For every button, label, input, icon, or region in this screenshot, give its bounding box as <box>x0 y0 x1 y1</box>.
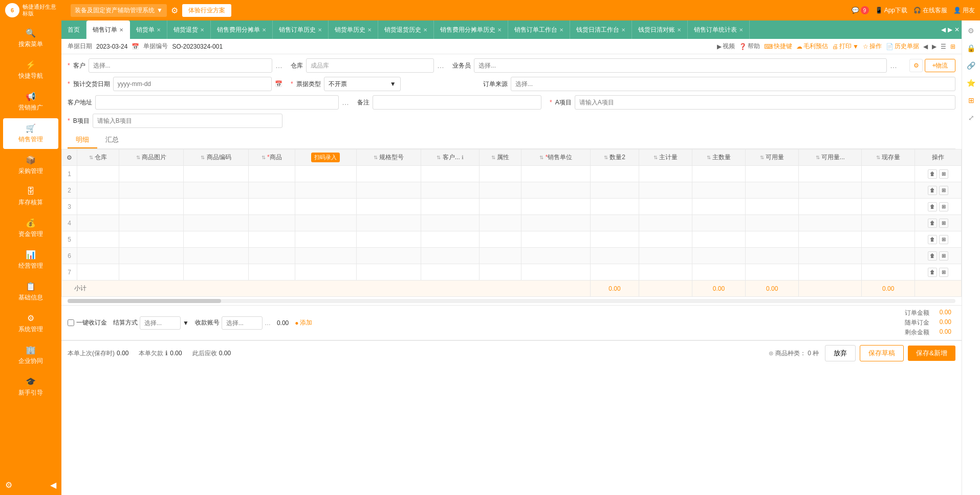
view-action[interactable]: ▶ 视频 <box>717 42 735 51</box>
sidebar-item-marketing[interactable]: 📢 营销推广 <box>3 87 58 117</box>
discard-button[interactable]: 放弃 <box>825 345 856 361</box>
tab-summary[interactable]: 汇总 <box>97 132 127 148</box>
history-action[interactable]: 📄 历史单据 <box>886 42 919 51</box>
right-expand-icon[interactable]: ⤢ <box>963 110 979 126</box>
right-link-icon[interactable]: 🔗 <box>963 57 979 74</box>
tab-receivable-reconcile[interactable]: 钱货日清对账 ✕ <box>632 20 688 39</box>
salesperson-more-icon[interactable]: … <box>890 61 897 70</box>
salesperson-input[interactable] <box>474 58 887 73</box>
save-new-button[interactable]: 保存&新增 <box>908 346 955 361</box>
tab-sales-order[interactable]: 销售订单 ✕ <box>86 20 130 39</box>
remarks-input[interactable] <box>373 95 541 110</box>
tab-prev-icon[interactable]: ◀ <box>941 26 946 33</box>
user-avatar[interactable]: 👤 用友 <box>953 6 975 15</box>
tab-sales-order-history[interactable]: 销售订单历史 ✕ <box>273 20 329 39</box>
row-copy-icon[interactable]: ⊞ <box>939 251 948 261</box>
print-dropdown-icon[interactable]: ▼ <box>853 43 859 50</box>
row-copy-icon[interactable]: ⊞ <box>939 186 948 195</box>
settings-bottom-icon[interactable]: ⚙ <box>5 480 12 490</box>
print-action[interactable]: 🖨 打印 ▼ <box>832 42 859 51</box>
sidebar-item-operations[interactable]: 📊 经营管理 <box>3 245 58 275</box>
tab-home[interactable]: 首页 <box>61 20 86 39</box>
close-sales-return-tab[interactable]: ✕ <box>157 27 161 33</box>
tab-sales-stats[interactable]: 销售订单统计表 ✕ <box>688 20 750 39</box>
one-click-checkbox-input[interactable] <box>68 319 74 326</box>
goods-count-icon[interactable]: ⊙ <box>769 350 774 357</box>
online-support[interactable]: 🎧 在线客服 <box>913 6 947 15</box>
sidebar-item-system-mgmt[interactable]: ⚙ 系统管理 <box>3 308 58 339</box>
b-project-input[interactable] <box>93 114 282 128</box>
tab-sales-return[interactable]: 销货单 ✕ <box>130 20 167 39</box>
tab-detail[interactable]: 明细 <box>68 132 97 148</box>
sidebar-item-purchase-mgmt[interactable]: 📦 采购管理 <box>3 150 58 181</box>
row-copy-icon[interactable]: ⊞ <box>939 235 948 244</box>
customer-more-icon[interactable]: … <box>275 61 282 70</box>
settings-right-icon[interactable]: ⚙ <box>909 59 923 72</box>
next-record-icon[interactable]: ▶ <box>932 43 937 50</box>
close-sales-refund-tab[interactable]: ✕ <box>200 27 204 33</box>
row-copy-icon[interactable]: ⊞ <box>939 169 948 179</box>
warehouse-more-icon[interactable]: … <box>437 61 444 70</box>
tab-receivable-workbench[interactable]: 钱货日清工作台 ✕ <box>570 20 632 39</box>
solution-button[interactable]: 体验行业方案 <box>182 4 231 17</box>
system-selector[interactable]: 装备及固定资产辅助管理系统 ▼ <box>71 4 167 17</box>
order-source-input[interactable] <box>511 77 955 91</box>
invoice-type-select[interactable]: 不开票 ▼ <box>324 77 401 91</box>
warehouse-value[interactable]: 成品库 <box>306 58 434 73</box>
close-receivable-workbench-tab[interactable]: ✕ <box>621 27 625 33</box>
current-order-info-icon[interactable]: ℹ <box>165 350 168 357</box>
row-delete-icon[interactable]: 🗑 <box>928 169 937 179</box>
scrollbar-thumb[interactable] <box>68 299 221 303</box>
sidebar-item-guide[interactable]: 🎓 新手引导 <box>3 372 58 402</box>
close-sales-order-tab[interactable]: ✕ <box>119 27 123 33</box>
th-settings[interactable]: ⚙ <box>62 149 77 166</box>
shortcut-action[interactable]: ⌨ 快捷键 <box>764 42 792 51</box>
app-download[interactable]: 📱 App下载 <box>875 6 907 15</box>
close-sales-stats-tab[interactable]: ✕ <box>739 27 743 33</box>
close-refund-history-tab[interactable]: ✕ <box>423 27 427 33</box>
row-delete-icon[interactable]: 🗑 <box>928 268 937 277</box>
tab-sales-refund-history[interactable]: 销货退货历史 ✕ <box>378 20 434 39</box>
tab-sales-fee-history[interactable]: 销售费用分摊单历史 ✕ <box>434 20 508 39</box>
right-star-icon[interactable]: ⭐ <box>963 75 979 91</box>
customer-address-input[interactable] <box>95 95 339 110</box>
add-button[interactable]: ● 添加 <box>295 318 312 327</box>
help-action[interactable]: ❓ 帮助 <box>739 42 760 51</box>
list-view-icon[interactable]: ☰ <box>941 43 946 50</box>
close-fee-split-tab[interactable]: ✕ <box>262 27 266 33</box>
operations-action[interactable]: ☆ 操作 <box>863 42 882 51</box>
sidebar-item-finance[interactable]: 💰 资金管理 <box>3 213 58 244</box>
payment-method-input[interactable] <box>140 316 181 330</box>
row-delete-icon[interactable]: 🗑 <box>928 251 937 261</box>
add-right-icon[interactable]: +物流 <box>925 59 955 72</box>
prev-record-icon[interactable]: ◀ <box>923 43 928 50</box>
profit-action[interactable]: ☁ 毛利预估 <box>796 42 828 51</box>
collapse-sidebar-icon[interactable]: ◀ <box>50 480 56 490</box>
receipt-more-icon[interactable]: … <box>265 319 271 327</box>
close-order-history-tab[interactable]: ✕ <box>318 27 322 33</box>
tab-more-icon[interactable]: ✕ <box>954 26 960 33</box>
tab-sales-return-history[interactable]: 销货单历史 ✕ <box>329 20 378 39</box>
customer-input[interactable] <box>89 58 272 73</box>
close-receivable-reconcile-tab[interactable]: ✕ <box>677 27 681 33</box>
row-delete-icon[interactable]: 🗑 <box>928 235 937 244</box>
tab-next-icon[interactable]: ▶ <box>948 26 952 33</box>
sidebar-item-search-menu[interactable]: 🔍 搜索菜单 <box>3 23 58 54</box>
sidebar-item-enterprise[interactable]: 🏢 企业协同 <box>3 340 58 371</box>
save-draft-button[interactable]: 保存草稿 <box>860 345 904 361</box>
row-delete-icon[interactable]: 🗑 <box>928 202 937 211</box>
tab-sales-refund[interactable]: 销货退货 ✕ <box>167 20 211 39</box>
tab-order-workbench[interactable]: 销售订单工作台 ✕ <box>508 20 570 39</box>
customer-address-more-icon[interactable]: … <box>342 98 349 106</box>
a-project-input[interactable] <box>575 95 955 110</box>
receipt-no-input[interactable] <box>222 316 263 330</box>
scan-button[interactable]: 扫码录入 <box>311 153 340 162</box>
settings-icon[interactable]: ⚙ <box>171 6 178 15</box>
one-click-checkbox[interactable]: 一键收订金 <box>68 318 107 327</box>
row-copy-icon[interactable]: ⊞ <box>939 268 948 277</box>
date-picker-icon[interactable]: 📅 <box>275 80 282 88</box>
right-qr-icon[interactable]: ⊞ <box>963 92 979 109</box>
close-fee-history-tab[interactable]: ✕ <box>497 27 502 33</box>
message-icon[interactable]: 💬 9 <box>852 6 869 14</box>
grid-view-icon[interactable]: ⊞ <box>950 43 955 50</box>
